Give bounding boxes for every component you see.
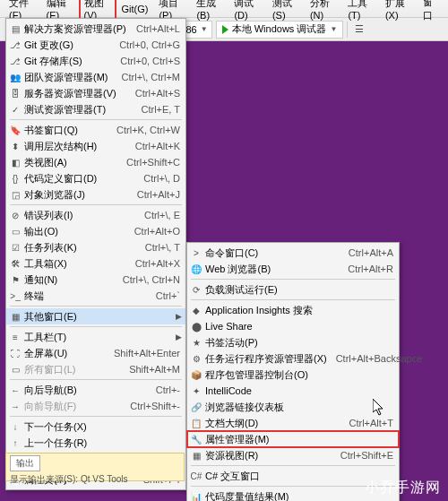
tool-icon[interactable]: ☰ (351, 22, 367, 38)
menu-item[interactable]: ◆Application Insights 搜索 (187, 302, 399, 318)
menu-item[interactable]: ⊘错误列表(I)Ctrl+\, E (6, 207, 185, 223)
menu-item[interactable]: ☑任务列表(K)Ctrl+\, T (6, 239, 185, 255)
menu-item-label: Git 更改(G) (24, 39, 110, 52)
menu-item[interactable]: ←向后导航(B)Ctrl+- (6, 382, 185, 398)
menubar-item[interactable]: 窗口 (418, 0, 444, 24)
bar-icon: ≡ (9, 331, 22, 343)
menu-item[interactable]: 👥团队资源管理器(M)Ctrl+\, Ctrl+M (6, 69, 185, 85)
menu-separator (10, 204, 182, 205)
menu-item[interactable]: ↓下一个任务(X) (6, 419, 185, 435)
menu-item-shortcut: Ctrl+Alt+J (128, 189, 180, 200)
output-icon: ▭ (9, 225, 22, 238)
menubar-item[interactable]: Git(G) (116, 2, 154, 16)
menu-item[interactable]: →向前导航(F)Ctrl+Shift+- (6, 398, 185, 414)
menu-item[interactable]: ⬤Live Share (187, 318, 399, 334)
menu-item[interactable]: ◲对象浏览器(J)Ctrl+Alt+J (6, 186, 185, 203)
menu-item[interactable]: 📦程序包管理器控制台(O) (187, 367, 399, 383)
menu-item-shortcut: Ctrl+\, Ctrl+M (113, 72, 180, 82)
menubar-item[interactable]: 生成(B) (191, 0, 228, 22)
menu-item-label: 工具箱(X) (24, 257, 126, 271)
fwd-icon: → (9, 400, 22, 412)
menu-item[interactable]: >命令窗口(C)Ctrl+Alt+A (187, 245, 399, 261)
menu-item[interactable]: 🗄服务器资源管理器(V)Ctrl+Alt+S (6, 85, 185, 101)
prev-icon: ↑ (9, 436, 22, 449)
run-button[interactable]: 本地 Windows 调试器 ▼ (216, 21, 344, 39)
menu-item-label: 浏览器链接仪表板 (205, 401, 393, 414)
menu-item-label: 其他窗口(E) (24, 310, 180, 324)
menu-item[interactable]: 🔖书签窗口(Q)Ctrl+K, Ctrl+W (6, 122, 185, 138)
menu-item-shortcut: Ctrl+K, Ctrl+W (108, 125, 180, 135)
menubar-item[interactable]: 扩展(X) (380, 0, 418, 22)
run-label: 本地 Windows 调试器 (232, 22, 327, 36)
separator (347, 22, 348, 38)
menu-item[interactable]: ▭输出(O)Ctrl+Alt+O (6, 223, 185, 239)
menubar-item[interactable]: 调试(D) (228, 0, 267, 22)
menu-item[interactable]: 🔧属性管理器(M) (187, 431, 399, 447)
menu-item[interactable]: ▦资源视图(R)Ctrl+Shift+E (187, 447, 399, 463)
menu-item-label: 调用层次结构(H) (24, 140, 126, 153)
menu-item[interactable]: 🌐Web 浏览器(B)Ctrl+Alt+R (187, 261, 399, 277)
chevron-down-icon: ▼ (201, 25, 208, 33)
notify-icon: ⚑ (9, 273, 22, 286)
menu-item[interactable]: >_终端Ctrl+` (6, 288, 185, 304)
menu-item[interactable]: ▦其他窗口(E)▶ (6, 308, 185, 324)
menu-item[interactable]: ◧类视图(A)Ctrl+Shift+C (6, 154, 185, 170)
menu-item-shortcut: Ctrl+Shift+C (117, 157, 180, 168)
menu-item[interactable]: ⚙任务运行程序资源管理器(X)Ctrl+Alt+Backsapce (187, 350, 399, 367)
menu-item-shortcut: Shift+Alt+Enter (105, 348, 180, 358)
menu-item-shortcut: Ctrl+- (147, 384, 180, 395)
menu-item-shortcut: Ctrl+` (147, 290, 180, 301)
menu-item-label: 书签窗口(Q) (24, 124, 108, 137)
menu-item-label: 工具栏(T) (24, 331, 180, 344)
menubar-item[interactable]: 测试(S) (267, 0, 305, 22)
git-icon: ⎇ (9, 39, 22, 51)
menu-item[interactable]: ≡工具栏(T)▶ (6, 329, 185, 345)
menu-item[interactable]: ↑上一个任务(R) (6, 435, 185, 451)
menu-item-label: Live Share (205, 321, 393, 332)
live-icon: ⬤ (190, 320, 202, 333)
menu-item[interactable]: ▤解决方案资源管理器(P)Ctrl+Alt+L (6, 21, 185, 37)
code-icon: {} (9, 172, 22, 185)
menu-item-label: 团队资源管理器(M) (24, 71, 113, 84)
menu-item[interactable]: 🔗浏览器链接仪表板 (187, 399, 399, 415)
object-icon: ◲ (9, 188, 22, 201)
menubar-item[interactable]: 工具(T) (342, 0, 380, 22)
menu-item-shortcut: Ctrl+E, T (132, 104, 180, 115)
res-icon: ▦ (190, 449, 202, 462)
menu-item[interactable]: ⚑通知(N)Ctrl+\, Ctrl+N (6, 272, 185, 288)
menubar-item[interactable]: 分析(N) (305, 0, 343, 22)
menu-item-label: IntelliCode (205, 385, 393, 396)
menu-item[interactable]: ▭所有窗口(L)Shift+Alt+M (6, 361, 185, 377)
menu-item[interactable]: ⟳负载测试运行(E) (187, 281, 399, 298)
menu-item[interactable]: 📋文档大纲(D)Ctrl+Alt+T (187, 415, 399, 431)
metric-icon: 📊 (190, 490, 202, 501)
menu-item-label: 命令窗口(C) (205, 246, 340, 260)
menu-item-label: 服务器资源管理器(V) (24, 87, 126, 100)
load-icon: ⟳ (190, 283, 202, 296)
menu-item-shortcut: Ctrl+Alt+A (340, 247, 393, 258)
menu-item-label: Git 存储库(S) (24, 55, 111, 68)
menu-item-label: 书签活动(P) (205, 336, 393, 350)
browser-icon: 🔗 (190, 401, 202, 413)
menu-item-shortcut: Ctrl+Shift+- (121, 401, 180, 411)
menu-item[interactable]: 🛠工具箱(X)Ctrl+Alt+X (6, 255, 185, 272)
menu-item-label: 对象浏览器(J) (24, 188, 128, 202)
menu-item[interactable]: ⎇Git 存储库(S)Ctrl+0, Ctrl+S (6, 53, 185, 69)
menu-item-label: 文档大纲(D) (205, 417, 340, 430)
toolbox-icon: 🛠 (9, 257, 22, 270)
git-icon: ⎇ (9, 55, 22, 67)
menu-item[interactable]: ✦IntelliCode (187, 383, 399, 399)
menu-item[interactable]: ⎇Git 更改(G)Ctrl+0, Ctrl+G (6, 37, 185, 53)
menu-item[interactable]: ✓测试资源管理器(T)Ctrl+E, T (6, 101, 185, 117)
menu-item-label: Web 浏览器(B) (205, 263, 339, 276)
menu-item[interactable]: ★书签活动(P) (187, 334, 399, 350)
menu-item-shortcut: Ctrl+\, T (136, 242, 180, 253)
menu-item-shortcut: Shift+Alt+M (120, 364, 180, 375)
task-icon: ☑ (9, 241, 22, 254)
solution-icon: ▤ (9, 22, 22, 35)
menu-item[interactable]: {}代码定义窗口(D)Ctrl+\, D (6, 170, 185, 186)
hier-icon: ⬍ (9, 140, 22, 152)
menu-item[interactable]: ⬍调用层次结构(H)Ctrl+Alt+K (6, 138, 185, 154)
menu-separator (10, 326, 182, 327)
menu-item[interactable]: ⛶全屏幕(U)Shift+Alt+Enter (6, 345, 185, 361)
